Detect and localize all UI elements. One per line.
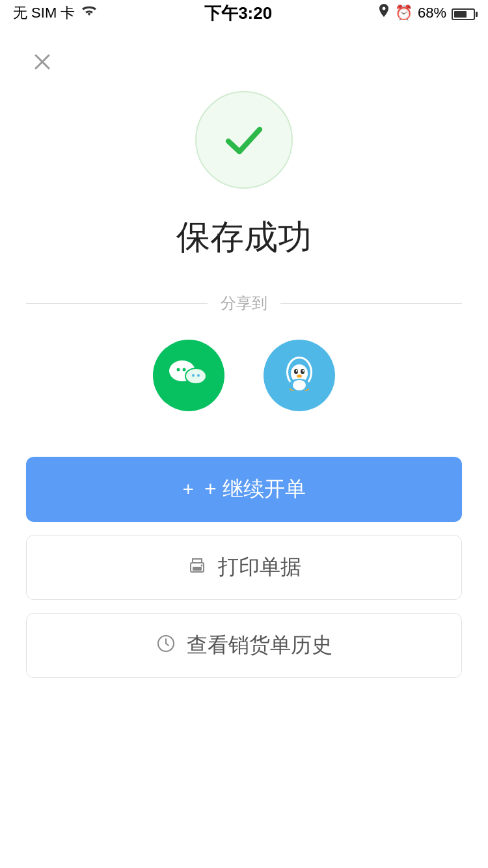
plus-icon: + xyxy=(182,478,194,500)
svg-point-16 xyxy=(297,375,302,378)
status-left: 无 SIM 卡 xyxy=(13,3,98,23)
continue-button[interactable]: + + 继续开单 xyxy=(26,457,462,522)
svg-point-6 xyxy=(182,368,185,371)
battery-text: 68% xyxy=(418,5,446,21)
divider-left xyxy=(26,303,208,304)
action-buttons: + + 继续开单 打印单据 查看销货单历 xyxy=(26,457,462,678)
printer-icon xyxy=(187,555,208,580)
battery-icon xyxy=(452,5,475,21)
status-right: ⏰ 68% xyxy=(378,4,475,22)
status-time: 下午3:20 xyxy=(204,2,272,25)
svg-point-8 xyxy=(197,374,200,377)
divider-row: 分享到 xyxy=(26,293,462,314)
qq-share-button[interactable] xyxy=(264,340,335,411)
main-content: 保存成功 分享到 xyxy=(0,78,488,868)
svg-point-12 xyxy=(294,369,298,374)
location-icon xyxy=(378,4,390,22)
svg-point-14 xyxy=(295,370,297,372)
status-bar: 无 SIM 卡 下午3:20 ⏰ 68% xyxy=(0,0,488,26)
divider-right xyxy=(280,303,462,304)
qq-icon xyxy=(278,353,321,398)
svg-point-23 xyxy=(201,564,203,566)
history-label: 查看销货单历史 xyxy=(187,631,332,660)
clock-icon xyxy=(156,633,176,658)
share-icons-row xyxy=(153,340,335,411)
sim-label: 无 SIM 卡 xyxy=(13,3,75,23)
share-section: 分享到 xyxy=(26,293,462,411)
svg-point-13 xyxy=(301,369,305,374)
checkmark-icon xyxy=(218,114,270,166)
svg-point-5 xyxy=(176,368,180,371)
history-button[interactable]: 查看销货单历史 xyxy=(26,613,462,678)
continue-label: + 继续开单 xyxy=(204,475,306,504)
svg-point-7 xyxy=(192,374,195,377)
close-button[interactable] xyxy=(26,46,59,78)
success-title: 保存成功 xyxy=(176,215,312,260)
wechat-icon xyxy=(168,358,210,394)
svg-point-4 xyxy=(186,369,206,383)
share-label: 分享到 xyxy=(221,293,267,314)
svg-point-15 xyxy=(302,370,303,372)
print-button[interactable]: 打印单据 xyxy=(26,535,462,600)
print-label: 打印单据 xyxy=(218,553,301,582)
wechat-share-button[interactable] xyxy=(153,340,224,411)
alarm-icon: ⏰ xyxy=(395,5,413,21)
svg-rect-22 xyxy=(193,567,202,571)
success-icon-circle xyxy=(195,91,293,189)
svg-point-20 xyxy=(293,380,306,390)
wifi-icon xyxy=(80,4,98,22)
